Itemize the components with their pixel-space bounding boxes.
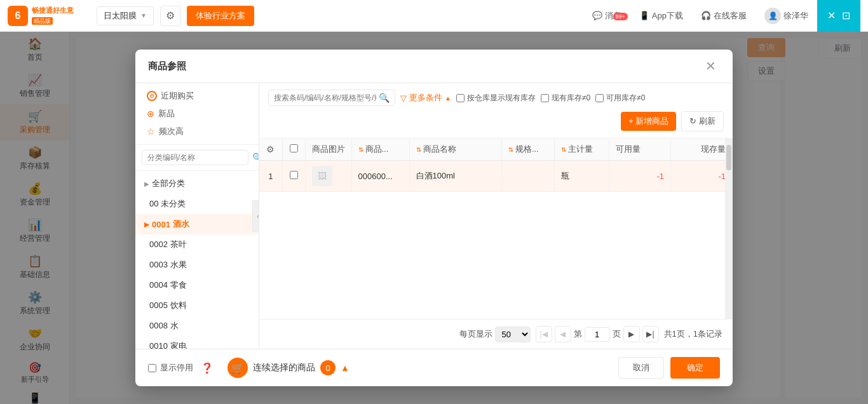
cell-checkbox[interactable] [282, 161, 305, 192]
avatar: 👤 [764, 8, 781, 24]
page-first-btn[interactable]: |◀ [536, 326, 552, 342]
phone-icon: 📱 [639, 11, 649, 20]
category-list: ▶ 全部分类 00 未分类 ▶ 0001 酒水 0002 茶叶 [135, 171, 259, 349]
cat-0002[interactable]: 0002 茶叶 [135, 234, 259, 255]
show-disabled-wrap[interactable]: 显示停用 [148, 362, 193, 374]
cell-available: -1 [609, 161, 671, 192]
footer-actions: 取消 确定 [618, 357, 720, 379]
page-prev-btn[interactable]: ◀ [555, 326, 571, 342]
cat-0004[interactable]: 0004 零食 [135, 275, 259, 295]
search-icon[interactable]: 🔍 [252, 152, 259, 163]
page-nav: |◀ ◀ 第 页 ▶ ▶| [536, 326, 659, 342]
col-settings: ⚙ [259, 138, 282, 161]
search-bar: 🔍 ▽ 更多条件 ▲ 按仓库显示现有库存 [259, 83, 733, 138]
right-panel: 🔍 ▽ 更多条件 ▲ 按仓库显示现有库存 [259, 83, 733, 349]
product-thumbnail: 🖼 [312, 166, 332, 186]
page-total: 共1页，1条记录 [664, 328, 722, 340]
cell-unit: 瓶 [555, 161, 609, 192]
close-icon[interactable]: ✕ [827, 10, 836, 22]
cat-0005[interactable]: 0005 饮料 [135, 295, 259, 316]
page-next-btn[interactable]: ▶ [623, 326, 640, 342]
search-input-wrap: 🔍 [268, 90, 395, 106]
cell-stock: -1 [671, 161, 733, 192]
sort-icon-name: ⇅ [416, 146, 421, 153]
table-row[interactable]: 1 🖼 000600... 白酒100ml [259, 161, 733, 192]
nav-dropdown[interactable]: 日太阳膜 ▼ [97, 6, 154, 25]
scrollbar[interactable] [725, 138, 733, 319]
scroll-thumb [726, 145, 731, 170]
collapse-arrow-icon[interactable]: ▲ [341, 363, 349, 373]
modal-footer: 显示停用 ❓ 🛒 连续选择的商品 0 ▲ 取消 确定 [135, 349, 733, 386]
selected-count-badge: 0 [320, 360, 336, 375]
page-input[interactable] [585, 327, 610, 342]
quick-item-frequent[interactable]: ☆ 频次高 [142, 123, 252, 140]
page-last-btn[interactable]: ▶| [642, 326, 659, 342]
star-icon: ☆ [147, 126, 155, 137]
filter-icon: ▽ [400, 93, 407, 103]
modal-overlay: 商品参照 ✕ ⏱ 近期购买 ⊕ [0, 32, 868, 404]
checkbox-existing[interactable]: 现有库存≠0 [541, 93, 590, 104]
message-badge: 99+ [613, 13, 628, 20]
app-download-item[interactable]: 📱 App下载 [630, 10, 692, 22]
modal-body: ⏱ 近期购买 ⊕ 新品 ☆ 频次高 « [135, 83, 733, 349]
gear-icon[interactable]: ⚙ [160, 6, 180, 26]
modal-header: 商品参照 ✕ [135, 50, 733, 83]
expand-icon[interactable]: ⊡ [842, 10, 850, 22]
messages-item[interactable]: 💬 消息 99+ [583, 10, 630, 22]
online-service-item[interactable]: 🎧 在线客服 [692, 10, 756, 22]
cat-0001[interactable]: ▶ 0001 酒水 [135, 214, 259, 234]
add-product-btn[interactable]: + 新增商品 [621, 112, 676, 131]
top-nav: 6 畅捷通好生意 精品版 日太阳膜 ▼ ⚙ 体验行业方案 💬 消息 99+ 📱 … [0, 0, 868, 32]
clock-icon: ⏱ [147, 91, 157, 101]
cell-code: 000600... [351, 161, 409, 192]
cat-0010[interactable]: 0010 家电 [135, 336, 259, 349]
filter-btn[interactable]: ▽ 更多条件 ▲ [400, 92, 451, 104]
col-spec: ⇅ 规格... [501, 138, 554, 161]
cancel-btn[interactable]: 取消 [618, 357, 664, 379]
checkbox-available[interactable]: 可用库存≠0 [595, 93, 645, 104]
col-unit: ⇅ 主计量 [555, 138, 609, 161]
col-checkbox [282, 138, 305, 161]
message-icon: 💬 [592, 11, 602, 20]
show-disabled-checkbox[interactable] [148, 364, 156, 372]
logo-badge: 精品版 [32, 17, 53, 25]
table-settings-icon[interactable]: ⚙ [266, 144, 275, 154]
cat-arrow-all: ▶ [144, 180, 149, 187]
logo-icon: 6 [8, 6, 28, 26]
left-panel: ⏱ 近期购买 ⊕ 新品 ☆ 频次高 « [135, 83, 259, 349]
nav-right: 💬 消息 99+ 📱 App下载 🎧 在线客服 👤 徐泽华 ✕ ⊡ [583, 0, 860, 32]
search-magnifier-icon[interactable]: 🔍 [379, 93, 390, 103]
col-code: ⇅ 商品... [351, 138, 409, 161]
confirm-btn[interactable]: 确定 [670, 357, 720, 379]
col-image: 商品图片 [305, 138, 351, 161]
trial-btn[interactable]: 体验行业方案 [187, 6, 254, 26]
category-search-area: 🔍 [135, 145, 259, 171]
cat-0008[interactable]: 0008 水 [135, 316, 259, 336]
refresh-btn[interactable]: ↻ 刷新 [681, 111, 724, 131]
select-all-checkbox[interactable] [290, 144, 298, 152]
sort-icon-code: ⇅ [358, 146, 363, 153]
logo: 6 畅捷通好生意 精品版 [8, 6, 90, 26]
quick-item-recent[interactable]: ⏱ 近期购买 [142, 87, 252, 105]
cart-section: 🛒 连续选择的商品 0 ▲ [227, 358, 349, 378]
collapse-btn[interactable]: « [252, 200, 259, 232]
help-icon[interactable]: ❓ [201, 362, 214, 374]
per-page-select[interactable]: 50 100 200 [495, 327, 531, 342]
category-search-input[interactable] [142, 150, 248, 165]
logo-text: 畅捷通好生意 精品版 [32, 6, 74, 25]
cat-0003[interactable]: 0003 水果 [135, 255, 259, 275]
col-name: ⇅ 商品名称 [409, 138, 501, 161]
user-area[interactable]: 👤 徐泽华 [756, 8, 817, 24]
cart-btn[interactable]: 🛒 [227, 358, 248, 378]
checkbox-warehouse[interactable]: 按仓库显示现有库存 [456, 93, 536, 104]
cat-all[interactable]: ▶ 全部分类 [135, 173, 259, 194]
cell-image: 🖼 [305, 161, 351, 192]
modal-title: 商品参照 [148, 60, 186, 72]
cat-00[interactable]: 00 未分类 [135, 194, 259, 214]
new-icon: ⊕ [147, 109, 154, 119]
modal-close-btn[interactable]: ✕ [702, 58, 720, 74]
search-input[interactable] [274, 93, 376, 102]
quick-item-new[interactable]: ⊕ 新品 [142, 105, 252, 123]
chevron-down-icon: ▼ [140, 12, 147, 19]
sort-icon-unit: ⇅ [561, 146, 566, 153]
